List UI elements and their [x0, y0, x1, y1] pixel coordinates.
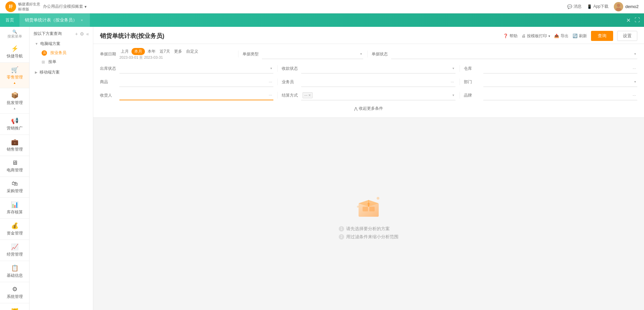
- collapse-panel-button[interactable]: «: [86, 31, 89, 37]
- goods-select[interactable]: ···: [119, 77, 273, 87]
- sidebar-item-operations[interactable]: 📈 经营管理: [0, 240, 29, 261]
- sidebar-item-ecommerce[interactable]: 🖥 电商管理: [0, 156, 29, 177]
- download-icon: 📱: [587, 4, 592, 9]
- logo-text: 畅捷通好生意 标准版: [18, 2, 40, 11]
- tab-sales-stat[interactable]: 销货单统计表（按业务员） ×: [19, 13, 90, 27]
- topbar-left: 好 畅捷通好生意 标准版 办公用品行业模拟账套 ▾: [5, 1, 87, 12]
- print-button[interactable]: 🖨 按模板打印 ▾: [522, 33, 550, 39]
- main-layout: 🔍 搜索菜单 ⚡ 快捷导航 🛒 零售管理 ▲ 📦 批发管理 ▲ 📢 营销推广 💼…: [0, 27, 644, 310]
- empty-tip-2: 2 用过滤条件来缩小分析范围: [339, 234, 398, 240]
- filter-area: 单据日期 上月 本月 本年 近7天 更多 自定义 2023-03-01 至 20…: [93, 44, 644, 118]
- sidebar-item-sysadmin[interactable]: ⚙ 系统管理: [0, 282, 29, 303]
- query-button[interactable]: 查询: [591, 31, 613, 41]
- right-panel: 销货单统计表(按业务员) ❓ 帮助 🖨 按模板打印 ▾ 📤 导出: [93, 27, 644, 310]
- tab-home-label: 首页: [5, 17, 14, 23]
- date-tab-this-month[interactable]: 本月: [131, 48, 145, 55]
- svg-rect-6: [369, 207, 375, 211]
- pc-expand-arrow-icon: ▼: [35, 42, 38, 46]
- paymentmethod-filter-item: 结算方式 ··· × ▾: [282, 90, 455, 100]
- sidebar-item-shortcut[interactable]: ⚡ 快捷导航: [0, 42, 29, 63]
- salesperson-select[interactable]: ···: [301, 77, 455, 87]
- paymentmethod-arrow-icon: ▾: [452, 93, 454, 97]
- app-selector[interactable]: 办公用品行业模拟账套 ▾: [43, 4, 87, 9]
- tab-close-all-icon[interactable]: ✕: [625, 16, 632, 25]
- retail-icon: 🛒: [11, 66, 18, 73]
- panel-header: 按以下方案查询 + ⚙ «: [30, 30, 93, 39]
- tab-home[interactable]: 首页: [0, 13, 19, 27]
- message-button[interactable]: 💬 消息: [567, 4, 582, 9]
- settings-button[interactable]: 设置: [617, 31, 637, 41]
- tree-pc-scheme[interactable]: ▼ 电脑端方案: [30, 39, 93, 48]
- warehouse-dots-icon: ···: [633, 66, 636, 71]
- search-menu-button[interactable]: 🔍 搜索菜单: [0, 27, 29, 42]
- tree-mobile-scheme[interactable]: ▶ 移动端方案: [30, 68, 93, 77]
- salesperson-scheme-icon: 员: [42, 50, 47, 56]
- dept-filter-item: 部门 ▾: [464, 77, 637, 87]
- doctype-select[interactable]: ▾: [262, 49, 363, 59]
- brand-select[interactable]: ···: [483, 90, 637, 100]
- sidebar-item-cooperation[interactable]: 🤝 企业协同: [0, 303, 29, 310]
- order-scheme-label: 按单: [48, 59, 56, 65]
- avatar: [614, 2, 623, 11]
- empty-tip-1: 1 请先选择要分析的方案: [339, 226, 398, 232]
- sidebar-item-purchase[interactable]: 🛍 采购管理: [0, 177, 29, 198]
- warehouse-select[interactable]: ···: [483, 63, 637, 73]
- sidebar-item-retail[interactable]: 🛒 零售管理 ▲: [0, 63, 29, 88]
- empty-illustration: [352, 188, 385, 222]
- export-button[interactable]: 📤 导出: [554, 33, 569, 39]
- sidebar-item-inventory[interactable]: 📊 库存核算: [0, 198, 29, 219]
- scheme-settings-icon[interactable]: ⚙: [80, 31, 84, 37]
- mobile-scheme-label: 移动端方案: [40, 69, 60, 75]
- warehouse-label: 仓库: [464, 66, 481, 71]
- print-icon: 🖨: [522, 34, 526, 38]
- filter-row-2: 出库状态 ▾ 收款状态 ▾: [100, 63, 637, 73]
- shipstatus-arrow-icon: ▾: [270, 66, 272, 70]
- paymentmethod-select[interactable]: ··· × ▾: [301, 90, 455, 100]
- cooperation-icon: 🤝: [11, 307, 18, 310]
- doctype-arrow-icon: ▾: [360, 52, 362, 56]
- sidebar-item-wholesale[interactable]: 📦 批发管理 ▲: [0, 88, 29, 114]
- svg-point-8: [357, 206, 359, 208]
- add-scheme-button[interactable]: +: [75, 31, 78, 37]
- tabbar-actions: ✕ ⛶: [625, 16, 644, 25]
- payment-method-tag-close[interactable]: ×: [309, 93, 311, 98]
- username-label: demo2: [625, 4, 639, 9]
- app-download-button[interactable]: 📱 App下载: [587, 4, 608, 9]
- refresh-button[interactable]: 🔄 刷新: [573, 33, 587, 39]
- separator-8: [460, 92, 460, 99]
- date-tab-this-year[interactable]: 本年: [146, 48, 157, 55]
- ecommerce-icon: 🖥: [12, 159, 18, 166]
- docstatus-select[interactable]: ▾: [391, 49, 637, 59]
- collapse-conditions-button[interactable]: ⋀ 收起更多条件: [100, 104, 637, 113]
- shipstatus-select[interactable]: ▾: [119, 63, 273, 73]
- dept-select[interactable]: ▾: [483, 77, 637, 87]
- tab-close-icon[interactable]: ×: [79, 17, 85, 23]
- user-area[interactable]: demo2: [614, 2, 639, 11]
- tree-by-order[interactable]: ⊞ 按单: [30, 57, 93, 66]
- tree-by-salesperson[interactable]: 员 按业务员: [30, 48, 93, 57]
- sidebar-item-sales[interactable]: 💼 销售管理: [0, 135, 29, 156]
- sidebar-item-marketing[interactable]: 📢 营销推广: [0, 114, 29, 135]
- separator-5: [277, 79, 278, 85]
- operations-icon: 📈: [11, 243, 18, 251]
- topbar: 好 畅捷通好生意 标准版 办公用品行业模拟账套 ▾ 💬 消息 📱 App下载 d…: [0, 0, 644, 13]
- mobile-expand-arrow-icon: ▶: [35, 70, 38, 74]
- date-tab-last-month[interactable]: 上月: [119, 48, 130, 55]
- expand-arrow-icon2: ▲: [13, 107, 16, 110]
- help-button[interactable]: ❓ 帮助: [503, 33, 518, 39]
- logo-icon: 好: [5, 1, 16, 12]
- brand-dots-icon: ···: [633, 93, 636, 98]
- date-tab-custom[interactable]: 自定义: [185, 48, 200, 55]
- receiver-input[interactable]: ···: [119, 90, 273, 100]
- order-scheme-icon: ⊞: [42, 60, 45, 64]
- export-icon: 📤: [554, 34, 559, 38]
- date-tab-more[interactable]: 更多: [173, 48, 183, 55]
- tab-expand-icon[interactable]: ⛶: [633, 16, 641, 24]
- salesperson-filter-item: 业务员 ···: [282, 77, 455, 87]
- shortcut-icon: ⚡: [11, 45, 18, 52]
- date-tab-7days[interactable]: 近7天: [158, 48, 171, 55]
- sidebar-item-basicinfo[interactable]: 📋 基础信息: [0, 261, 29, 282]
- salesperson-dots-icon: ···: [451, 80, 454, 84]
- sidebar-item-finance[interactable]: 💰 资金管理: [0, 219, 29, 240]
- paymentstatus-select[interactable]: ▾: [301, 63, 455, 73]
